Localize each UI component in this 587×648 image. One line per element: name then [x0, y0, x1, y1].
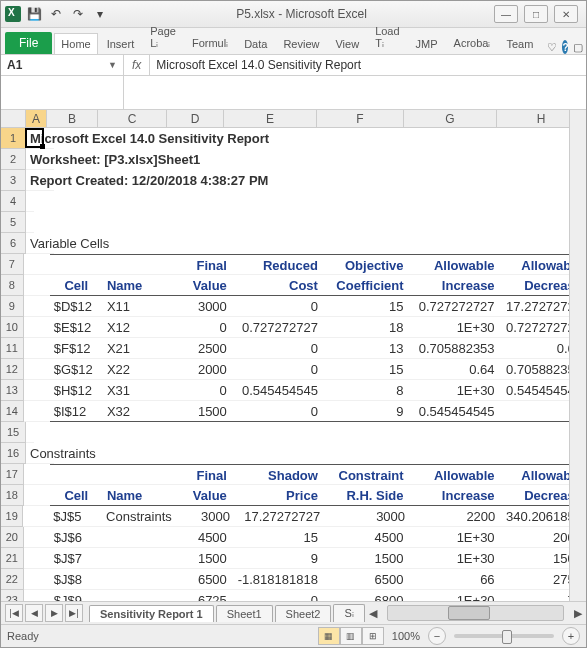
tab-home[interactable]: Home — [54, 33, 97, 54]
cell[interactable] — [26, 212, 34, 233]
cell[interactable]: Shadow — [231, 464, 322, 485]
cell[interactable]: 4500 — [322, 527, 408, 548]
row-header[interactable]: 14 — [1, 401, 24, 422]
col-header-G[interactable]: G — [404, 110, 497, 128]
scroll-thumb[interactable] — [448, 606, 490, 620]
name-box-dropdown-icon[interactable]: ▼ — [108, 60, 117, 70]
sheet-tab-sensitivity[interactable]: Sensitivity Report 1 — [89, 605, 214, 622]
cell[interactable]: 4500 — [172, 527, 231, 548]
layout-view-button[interactable]: ▥ — [340, 627, 362, 645]
minimize-ribbon-icon[interactable]: ▢ — [570, 41, 586, 54]
cell[interactable]: Increase — [408, 485, 499, 506]
cell[interactable]: 0 — [231, 338, 322, 359]
prev-sheet-button[interactable]: ◀ — [25, 604, 43, 622]
help-icon[interactable]: ? — [562, 40, 568, 54]
cell[interactable]: Allowable — [408, 464, 499, 485]
cell[interactable]: Objective — [322, 254, 408, 275]
cell[interactable] — [24, 359, 50, 380]
row-header[interactable]: 3 — [1, 170, 26, 191]
redo-button[interactable]: ↷ — [69, 5, 87, 23]
cell[interactable]: $G$12 — [50, 359, 103, 380]
cell[interactable]: X12 — [103, 317, 172, 338]
cell[interactable]: 9 — [231, 548, 322, 569]
cell[interactable]: Value — [172, 275, 231, 296]
row-header[interactable]: 4 — [1, 191, 26, 212]
cell[interactable]: 6800 — [322, 590, 408, 601]
sheet-tab-sheet1[interactable]: Sheet1 — [216, 605, 273, 622]
cell[interactable]: $D$12 — [50, 296, 103, 317]
cell[interactable] — [24, 254, 50, 275]
cell[interactable]: Cell — [50, 485, 103, 506]
cell[interactable]: Cost — [231, 275, 322, 296]
cell[interactable]: Value — [172, 485, 231, 506]
row-header[interactable]: 1 — [1, 128, 26, 149]
cell[interactable] — [24, 380, 50, 401]
cell[interactable]: Report Created: 12/20/2018 4:38:27 PM — [26, 170, 54, 191]
cell[interactable]: 2200 — [409, 506, 499, 527]
cell[interactable]: 0.64 — [408, 359, 499, 380]
cell[interactable]: 6725 — [172, 590, 231, 601]
tab-team[interactable]: Team — [499, 33, 540, 54]
cell[interactable]: R.H. Side — [322, 485, 408, 506]
cell[interactable]: 0.705882353 — [408, 338, 499, 359]
last-sheet-button[interactable]: ▶| — [65, 604, 83, 622]
cell[interactable]: $J$9 — [50, 590, 103, 601]
cell[interactable]: $J$6 — [50, 527, 103, 548]
cell[interactable] — [103, 527, 172, 548]
cell[interactable]: 0.545454545 — [408, 401, 499, 422]
row-header[interactable]: 17 — [1, 464, 24, 485]
cell[interactable]: X32 — [103, 401, 172, 422]
first-sheet-button[interactable]: |◀ — [5, 604, 23, 622]
next-sheet-button[interactable]: ▶ — [45, 604, 63, 622]
cell[interactable]: 3000 — [172, 296, 231, 317]
tab-insert[interactable]: Insert — [100, 33, 142, 54]
vertical-scrollbar[interactable] — [569, 110, 586, 601]
cell[interactable]: 1500 — [322, 548, 408, 569]
cell[interactable] — [24, 527, 50, 548]
cell[interactable] — [26, 191, 34, 212]
row-header[interactable]: 18 — [1, 485, 24, 506]
cell[interactable] — [24, 569, 50, 590]
cell[interactable]: 66 — [408, 569, 499, 590]
cell[interactable]: $I$12 — [50, 401, 103, 422]
cell[interactable] — [24, 401, 50, 422]
row-header[interactable]: 11 — [1, 338, 24, 359]
cell[interactable] — [103, 590, 172, 601]
cell[interactable]: Final — [172, 254, 231, 275]
cell[interactable]: Constraint — [322, 464, 408, 485]
col-header-D[interactable]: D — [167, 110, 224, 128]
cell[interactable]: 1E+30 — [408, 317, 499, 338]
row-header[interactable]: 22 — [1, 569, 24, 590]
cell[interactable]: $E$12 — [50, 317, 103, 338]
cell[interactable]: 0.727272727 — [231, 317, 322, 338]
cell[interactable]: 6500 — [172, 569, 231, 590]
cell[interactable] — [24, 338, 50, 359]
zoom-slider[interactable] — [454, 634, 554, 638]
tab-file[interactable]: File — [5, 32, 52, 54]
sheet-tab-more[interactable]: Sᵢ — [333, 604, 364, 622]
cell[interactable]: 15 — [231, 527, 322, 548]
cell[interactable]: 15 — [322, 296, 408, 317]
row-header[interactable]: 16 — [1, 443, 26, 464]
tab-load-test[interactable]: Load Tᵢ — [368, 20, 406, 54]
cell[interactable]: Allowable — [408, 254, 499, 275]
cell[interactable]: 0.727272727 — [408, 296, 499, 317]
cell[interactable]: X31 — [103, 380, 172, 401]
tab-formulas[interactable]: Formulᵢ — [185, 32, 235, 54]
cell[interactable]: 0 — [172, 380, 231, 401]
horizontal-scrollbar[interactable] — [387, 605, 564, 621]
cell[interactable]: 0 — [172, 317, 231, 338]
cell[interactable] — [24, 485, 50, 506]
cell[interactable] — [50, 254, 103, 275]
zoom-out-button[interactable]: − — [428, 627, 446, 645]
favorite-icon[interactable]: ♡ — [544, 41, 560, 54]
cell[interactable]: Cell — [50, 275, 103, 296]
cell[interactable]: 3000 — [324, 506, 409, 527]
row-header[interactable]: 12 — [1, 359, 24, 380]
row-header[interactable]: 10 — [1, 317, 24, 338]
cell[interactable]: 15 — [322, 359, 408, 380]
cell[interactable]: Name — [103, 275, 172, 296]
cell[interactable]: 0 — [231, 359, 322, 380]
sheet-tab-sheet2[interactable]: Sheet2 — [275, 605, 332, 622]
cell[interactable]: Coefficient — [322, 275, 408, 296]
